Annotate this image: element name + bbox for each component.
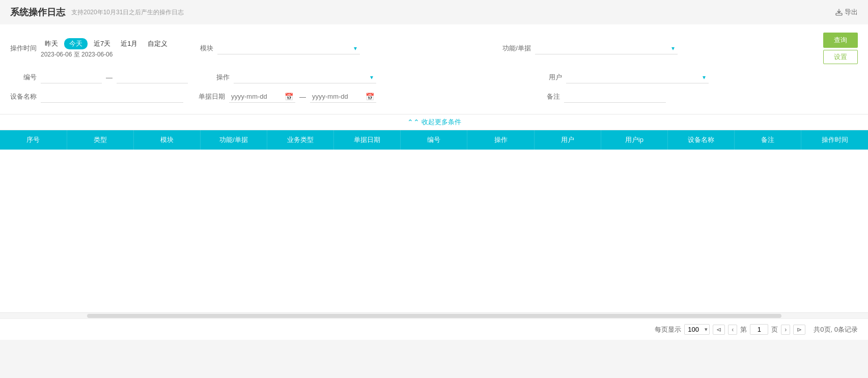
filter-row-1: 操作时间 昨天 今天 近7天 近1月 自定义 2023-06-06 至 2023… — [10, 33, 858, 64]
svg-rect-0 — [836, 13, 842, 15]
table-header-row: 序号 类型 模块 功能/单据 业务类型 单据日期 编号 操作 用户 用户ip 设… — [0, 130, 868, 150]
function-label: 功能/单据 — [502, 44, 531, 53]
remark-label: 备注 — [534, 92, 560, 101]
operation-label: 操作 — [203, 73, 230, 82]
page-header: 系统操作日志 支持2020年10月31日之后产生的操作日志 导出 — [0, 0, 868, 24]
function-select-wrapper: ▾ — [535, 42, 678, 54]
col-remark: 备注 — [735, 130, 801, 150]
col-seq: 序号 — [0, 130, 67, 150]
operation-select[interactable] — [234, 71, 376, 83]
col-module: 模块 — [133, 130, 200, 150]
per-page-select-wrapper: 20 50 100 200 ▾ — [684, 324, 710, 335]
collapse-chevron-icon: ⌃⌃ — [407, 118, 419, 126]
per-page-label: 每页显示 — [655, 325, 681, 334]
remark-filter-group: 备注 — [534, 91, 858, 103]
time-filter-group: 操作时间 昨天 今天 近7天 近1月 自定义 2023-06-06 至 2023… — [10, 38, 172, 59]
table-header: 序号 类型 模块 功能/单据 业务类型 单据日期 编号 操作 用户 用户ip 设… — [0, 130, 868, 150]
table-container: 序号 类型 模块 功能/单据 业务类型 单据日期 编号 操作 用户 用户ip 设… — [0, 130, 868, 312]
user-label: 用户 — [536, 73, 562, 82]
pagination: 每页显示 20 50 100 200 ▾ ⊲ ‹ 第 页 › ⊳ 共0页, 0条… — [0, 318, 868, 340]
function-filter-group: 功能/单据 ▾ — [502, 42, 808, 54]
voucher-date-label: 单据日期 — [199, 92, 225, 101]
col-type: 类型 — [67, 130, 133, 150]
per-page-select[interactable]: 20 50 100 200 — [684, 324, 710, 335]
horizontal-scrollbar[interactable] — [0, 312, 868, 318]
page-suffix-label: 页 — [771, 325, 778, 334]
voucher-date-filter-group: 单据日期 📅 — 📅 — [199, 91, 523, 103]
user-filter-group: 用户 ▾ — [536, 71, 858, 83]
time-label: 操作时间 — [10, 44, 37, 53]
col-user: 用户 — [534, 130, 601, 150]
scrollbar-track — [87, 314, 781, 318]
next-page-button[interactable]: › — [781, 325, 790, 335]
user-select-wrapper: ▾ — [566, 71, 709, 83]
time-options-group: 昨天 今天 近7天 近1月 自定义 2023-06-06 至 2023-06-0… — [41, 38, 172, 59]
module-label: 模块 — [187, 44, 213, 53]
query-button[interactable]: 查询 — [823, 33, 858, 48]
total-info: 共0页, 0条记录 — [814, 325, 858, 334]
page-subtitle: 支持2020年10月31日之后产生的操作日志 — [71, 8, 184, 17]
calendar-start-icon[interactable]: 📅 — [285, 93, 293, 101]
operation-select-wrapper: ▾ — [234, 71, 376, 83]
col-op-time: 操作时间 — [801, 130, 868, 150]
first-page-button[interactable]: ⊲ — [713, 325, 725, 335]
date-start-wrapper: 📅 — [229, 91, 295, 103]
date-end-wrapper: 📅 — [310, 91, 376, 103]
code-dash: — — [106, 74, 113, 81]
filter-row-3: 设备名称 单据日期 📅 — 📅 备注 — [10, 91, 858, 103]
time-range-display: 2023-06-06 至 2023-06-06 — [41, 50, 172, 59]
data-table: 序号 类型 模块 功能/单据 业务类型 单据日期 编号 操作 用户 用户ip 设… — [0, 130, 868, 150]
device-label: 设备名称 — [10, 92, 37, 101]
col-operation: 操作 — [467, 130, 534, 150]
action-buttons: 查询 设置 — [823, 33, 858, 64]
code-input-end[interactable] — [117, 71, 188, 83]
collapse-label: 收起更多条件 — [422, 118, 461, 127]
date-dash: — — [299, 93, 306, 101]
function-select[interactable] — [535, 42, 678, 54]
operation-filter-group: 操作 ▾ — [203, 71, 525, 83]
last-page-button[interactable]: ⊳ — [793, 325, 805, 335]
module-filter-group: 模块 ▾ — [187, 42, 492, 54]
prev-page-button[interactable]: ‹ — [728, 325, 737, 335]
time-btn-1month[interactable]: 近1月 — [117, 38, 142, 49]
export-icon — [835, 9, 843, 16]
empty-area — [0, 150, 868, 312]
calendar-end-icon[interactable]: 📅 — [366, 93, 374, 101]
time-btn-7days[interactable]: 近7天 — [90, 38, 115, 49]
page-title: 系统操作日志 — [10, 6, 65, 18]
col-biz-type: 业务类型 — [267, 130, 334, 150]
col-user-ip: 用户ip — [601, 130, 667, 150]
device-input[interactable] — [41, 91, 183, 103]
col-function: 功能/单据 — [200, 130, 267, 150]
code-label: 编号 — [10, 73, 37, 82]
col-code: 编号 — [401, 130, 467, 150]
code-filter-group: 编号 — — [10, 71, 188, 83]
settings-button[interactable]: 设置 — [823, 50, 858, 64]
page-prefix-label: 第 — [740, 325, 747, 334]
module-select-wrapper: ▾ — [217, 42, 360, 54]
user-select[interactable] — [566, 71, 709, 83]
time-buttons: 昨天 今天 近7天 近1月 自定义 — [41, 38, 172, 49]
filter-area: 操作时间 昨天 今天 近7天 近1月 自定义 2023-06-06 至 2023… — [0, 24, 868, 114]
device-filter-group: 设备名称 — [10, 91, 183, 103]
time-btn-custom[interactable]: 自定义 — [144, 38, 172, 49]
col-voucher-date: 单据日期 — [334, 130, 401, 150]
col-device: 设备名称 — [667, 130, 734, 150]
module-select[interactable] — [217, 42, 360, 54]
page-number-input[interactable] — [750, 324, 768, 335]
collapse-bar[interactable]: ⌃⌃ 收起更多条件 — [0, 114, 868, 130]
code-input-start[interactable] — [41, 71, 102, 83]
time-btn-today[interactable]: 今天 — [64, 38, 88, 49]
export-button[interactable]: 导出 — [835, 8, 858, 17]
time-btn-yesterday[interactable]: 昨天 — [41, 38, 62, 49]
filter-row-2: 编号 — 操作 ▾ 用户 ▾ — [10, 71, 858, 83]
remark-input[interactable] — [564, 91, 666, 103]
